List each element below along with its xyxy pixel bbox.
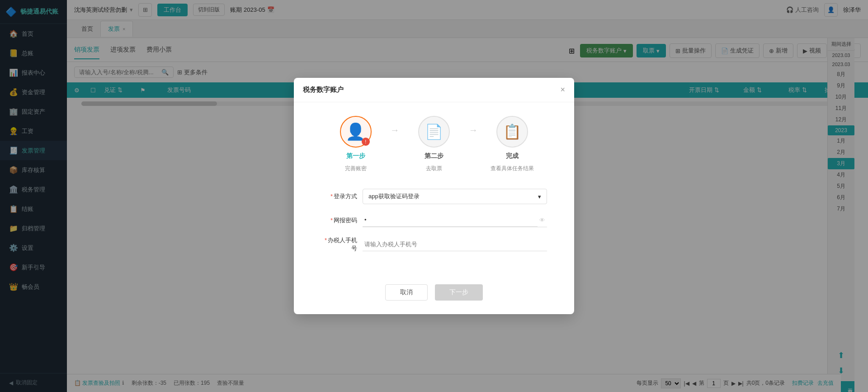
modal-overlay: 税务数字账户 × 👤 ! 第一步 完善账密 → xyxy=(0,0,868,392)
step-2-icon-wrap: 📄 xyxy=(418,116,450,148)
password-input[interactable] xyxy=(363,213,538,227)
dialog-body: 👤 ! 第一步 完善账密 → 📄 第二步 去取票 xyxy=(294,102,574,275)
step-arrow-1: → xyxy=(390,116,399,135)
steps-indicator: 👤 ! 第一步 完善账密 → 📄 第二步 去取票 xyxy=(321,116,547,172)
step-3: 📋 完成 查看具体任务结果 xyxy=(478,116,547,172)
step-1-icon-wrap: 👤 ! xyxy=(340,116,372,148)
step-1-desc: 完善账密 xyxy=(345,165,367,172)
step-2-label: 第二步 xyxy=(425,152,443,160)
eye-slash-icon[interactable]: 👁 xyxy=(538,215,547,225)
dialog-footer: 取消 下一步 xyxy=(294,275,574,314)
step-3-desc: 查看具体任务结果 xyxy=(491,165,534,172)
step-1-badge-icon: ! xyxy=(365,139,366,144)
step-2-document-icon: 📄 xyxy=(425,123,443,140)
step-arrow-2: → xyxy=(469,116,478,135)
tax-digital-dialog: 税务数字账户 × 👤 ! 第一步 完善账密 → xyxy=(294,78,574,314)
login-method-value: app获取验证码登录 xyxy=(368,192,420,201)
phone-label: 办税人手机号 xyxy=(321,236,357,253)
step-3-icon-wrap: 📋 xyxy=(496,116,528,148)
dialog-close-button[interactable]: × xyxy=(560,85,565,95)
dialog-title: 税务数字账户 xyxy=(303,86,344,94)
password-row: 网报密码 👁 xyxy=(321,213,547,227)
dialog-header: 税务数字账户 × xyxy=(294,78,574,102)
step-1-badge: ! xyxy=(362,138,370,146)
step-3-label: 完成 xyxy=(506,152,519,160)
step-2: 📄 第二步 去取票 xyxy=(399,116,468,172)
password-input-wrap: 👁 xyxy=(363,213,547,227)
phone-input[interactable] xyxy=(363,238,547,251)
step-2-desc: 去取票 xyxy=(426,165,442,172)
phone-row: 办税人手机号 xyxy=(321,236,547,253)
step-1: 👤 ! 第一步 完善账密 xyxy=(321,116,390,172)
select-chevron-icon: ▾ xyxy=(538,193,541,200)
login-method-row: 登录方式 app获取验证码登录 ▾ xyxy=(321,189,547,204)
login-method-label: 登录方式 xyxy=(321,192,357,201)
step-1-label: 第一步 xyxy=(346,152,365,160)
password-label: 网报密码 xyxy=(321,216,357,225)
next-button[interactable]: 下一步 xyxy=(435,284,483,301)
step-3-checklist-icon: 📋 xyxy=(503,123,521,140)
cancel-button[interactable]: 取消 xyxy=(385,284,428,301)
login-method-select[interactable]: app获取验证码登录 ▾ xyxy=(363,189,547,204)
